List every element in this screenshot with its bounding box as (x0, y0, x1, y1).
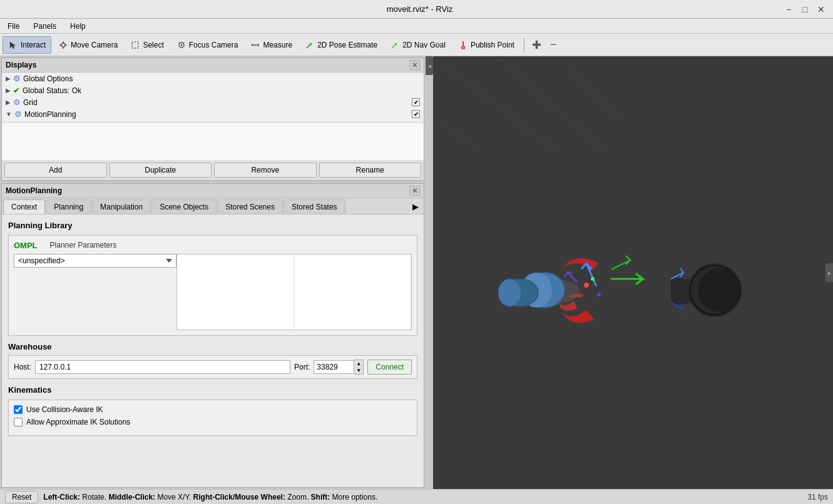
3d-viewport[interactable]: ▸ (433, 56, 833, 489)
menu-panels[interactable]: Panels (29, 21, 60, 32)
main-content: Displays ✕ ▶ ⚙ Global Options ▶ ✔ Global… (0, 56, 833, 489)
hint-right: Right-Click/Mouse Wheel: (193, 493, 285, 501)
displays-list: ▶ ⚙ Global Options ▶ ✔ Global Status: Ok… (2, 73, 424, 123)
display-label-global-options: Global Options (23, 74, 73, 83)
menu-file[interactable]: File (4, 21, 23, 32)
collision-ik-label[interactable]: Use Collision-Aware IK (26, 405, 103, 414)
planner-select-wrap: <unspecified> (14, 254, 176, 330)
motion-checkbox[interactable]: ✔ (412, 110, 420, 118)
display-item-global-status[interactable]: ▶ ✔ Global Status: Ok (2, 84, 424, 96)
tab-manipulation[interactable]: Manipulation (92, 199, 151, 214)
svg-point-41 (591, 277, 595, 281)
planner-select[interactable]: <unspecified> (14, 254, 176, 268)
warehouse-row: Host: Port: ▲ ▼ Connect (8, 355, 417, 379)
publish-point-button[interactable]: Publish Point (452, 36, 520, 54)
status-hint: Left-Click: Rotate. Middle-Click: Move X… (43, 493, 807, 501)
tab-scene-objects[interactable]: Scene Objects (151, 199, 217, 214)
svg-marker-0 (10, 42, 16, 49)
svg-point-8 (180, 44, 182, 46)
rename-button[interactable]: Rename (319, 163, 422, 178)
minimize-button[interactable]: − (783, 4, 794, 14)
displays-empty-area (2, 123, 424, 160)
duplicate-button[interactable]: Duplicate (110, 163, 212, 178)
2d-nav-label: 2D Nav Goal (402, 41, 446, 49)
add-display-button[interactable]: Add (4, 163, 107, 178)
ompl-body: <unspecified> (14, 254, 412, 330)
focus-icon (176, 40, 187, 50)
display-item-global-options[interactable]: ▶ ⚙ Global Options (2, 73, 424, 84)
handle-dots: ◂ (428, 63, 431, 69)
port-input[interactable] (314, 360, 354, 374)
toolbar-divider (524, 38, 524, 53)
display-item-grid[interactable]: ▶ ⚙ Grid ✔ (2, 96, 424, 108)
tab-stored-states[interactable]: Stored States (284, 199, 345, 214)
reset-button[interactable]: Reset (5, 491, 38, 503)
remove-button[interactable]: Remove (214, 163, 317, 178)
connect-button[interactable]: Connect (367, 360, 412, 375)
displays-close-button[interactable]: ✕ (409, 60, 420, 70)
left-resize-handle[interactable]: ◂ (426, 56, 433, 75)
display-item-motion-planning[interactable]: ▼ ⚙ MotionPlanning ✔ (2, 108, 424, 120)
2d-pose-label: 2D Pose Estimate (317, 41, 377, 49)
minus-icon[interactable]: − (546, 37, 561, 53)
move-icon (58, 40, 68, 50)
host-input[interactable] (35, 360, 290, 374)
close-button[interactable]: ✕ (815, 4, 827, 14)
grid-checkbox[interactable]: ✔ (412, 98, 420, 106)
tabs-scroll-right[interactable]: ▶ (409, 201, 422, 213)
host-label: Host: (14, 363, 31, 371)
title-bar: moveit.rviz* - RViz − □ ✕ (0, 0, 833, 19)
svg-point-34 (698, 268, 742, 312)
robot-3d-view (477, 148, 790, 398)
grid-icon: ⚙ (13, 98, 21, 107)
planning-library-title: Planning Library (8, 221, 417, 230)
port-spinbox: ▲ ▼ (314, 360, 364, 375)
motion-icon: ⚙ (14, 109, 22, 119)
port-down-button[interactable]: ▼ (354, 367, 363, 374)
display-label-grid: Grid (23, 98, 38, 107)
move-camera-button[interactable]: Move Camera (53, 36, 123, 54)
hint-left-action: Rotate. (80, 493, 108, 501)
2d-pose-button[interactable]: 2D Pose Estimate (299, 36, 383, 54)
port-up-button[interactable]: ▲ (354, 360, 363, 367)
display-label-global-status: Global Status: Ok (23, 86, 81, 95)
arrow-icon: ▼ (6, 111, 12, 118)
displays-header: Displays ✕ (2, 58, 424, 73)
displays-title: Displays (6, 61, 36, 69)
tab-planning[interactable]: Planning (46, 199, 91, 214)
warehouse-title: Warehouse (8, 342, 417, 351)
move-camera-label: Move Camera (71, 41, 118, 49)
approx-ik-row: Allow Approximate IK Solutions (14, 418, 412, 426)
planner-params-col-2 (294, 255, 411, 330)
select-button[interactable]: Select (125, 36, 169, 54)
tab-context[interactable]: Context (3, 199, 45, 214)
menu-help[interactable]: Help (66, 21, 89, 32)
plus-icon[interactable]: ✚ (528, 37, 545, 53)
svg-point-38 (498, 279, 521, 306)
motion-panel-title: MotionPlanning (6, 186, 62, 195)
maximize-button[interactable]: □ (799, 4, 810, 14)
svg-point-1 (61, 43, 65, 47)
motion-panel-close[interactable]: ✕ (409, 186, 420, 196)
right-resize-handle[interactable]: ▸ (825, 263, 833, 282)
nav2d-icon (390, 40, 400, 50)
measure-button[interactable]: Measure (245, 36, 298, 54)
tab-stored-scenes[interactable]: Stored Scenes (217, 199, 283, 214)
approx-ik-checkbox[interactable] (14, 418, 23, 426)
interact-button[interactable]: Interact (3, 36, 51, 54)
2d-nav-button[interactable]: 2D Nav Goal (384, 36, 451, 54)
focus-camera-button[interactable]: Focus Camera (171, 36, 244, 54)
collision-ik-checkbox[interactable] (14, 405, 23, 414)
svg-point-40 (597, 293, 601, 296)
approx-ik-label[interactable]: Allow Approximate IK Solutions (26, 418, 130, 426)
collision-ik-row: Use Collision-Aware IK (14, 405, 412, 414)
window-controls[interactable]: − □ ✕ (783, 4, 827, 14)
planner-params-grid (176, 254, 412, 330)
displays-buttons: Add Duplicate Remove Rename (2, 160, 424, 180)
kinematics-section: Kinematics Use Collision-Aware IK Allow … (8, 385, 417, 436)
interact-label: Interact (21, 41, 46, 49)
arrow-icon: ▶ (6, 99, 11, 106)
port-arrows: ▲ ▼ (354, 360, 364, 375)
arrow-icon: ▶ (6, 75, 11, 82)
tabs-bar: Context Planning Manipulation Scene Obje… (2, 198, 424, 214)
